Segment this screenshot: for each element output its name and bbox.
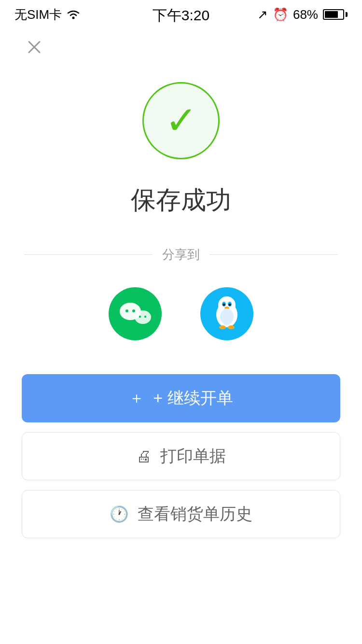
checkmark-icon: ✓ (165, 101, 197, 140)
share-divider-text: 分享到 (153, 246, 209, 263)
location-icon: ↗ (257, 7, 268, 22)
history-button[interactable]: 🕐 查看销货单历史 (22, 490, 340, 538)
svg-point-4 (132, 309, 135, 312)
success-title: 保存成功 (131, 183, 231, 217)
print-icon: 🖨 (136, 448, 152, 465)
history-label: 查看销货单历史 (138, 503, 252, 525)
svg-point-14 (219, 325, 226, 329)
status-left: 无SIM卡 (14, 6, 80, 23)
status-right: ↗ ⏰ 68% (257, 7, 348, 22)
history-icon: 🕐 (110, 505, 129, 523)
success-icon-circle: ✓ (142, 82, 220, 159)
share-divider: 分享到 (0, 246, 362, 263)
print-button[interactable]: 🖨 打印单据 (22, 432, 340, 480)
continue-order-label: + 继续开单 (153, 387, 233, 409)
alarm-icon: ⏰ (273, 7, 288, 22)
main-content: ✓ 保存成功 分享到 (0, 29, 362, 538)
svg-point-5 (139, 316, 141, 318)
svg-point-11 (223, 304, 225, 306)
qq-share-button[interactable] (200, 287, 253, 340)
svg-point-12 (229, 304, 231, 306)
battery-percent: 68% (293, 7, 318, 22)
continue-order-button[interactable]: ＋ + 继续开单 (22, 374, 340, 422)
svg-point-16 (220, 308, 234, 325)
status-time: 下午3:20 (153, 6, 209, 26)
wifi-icon (67, 9, 80, 20)
print-label: 打印单据 (160, 445, 226, 467)
action-buttons: ＋ + 继续开单 🖨 打印单据 🕐 查看销货单历史 (22, 374, 340, 538)
carrier-text: 无SIM卡 (14, 6, 62, 23)
wechat-logo-icon (119, 300, 152, 328)
divider-line-left (24, 254, 153, 255)
wechat-share-button[interactable] (109, 287, 162, 340)
share-icons-row (109, 287, 253, 340)
plus-icon: ＋ (129, 388, 144, 409)
close-button[interactable] (22, 35, 46, 59)
battery-icon (323, 9, 348, 20)
svg-point-0 (72, 17, 75, 19)
svg-point-3 (125, 309, 128, 312)
status-bar: 无SIM卡 下午3:20 ↗ ⏰ 68% (0, 0, 362, 29)
svg-point-15 (228, 325, 235, 329)
svg-point-2 (135, 310, 151, 324)
qq-logo-icon (211, 296, 242, 331)
svg-point-6 (144, 316, 146, 318)
divider-line-right (209, 254, 338, 255)
